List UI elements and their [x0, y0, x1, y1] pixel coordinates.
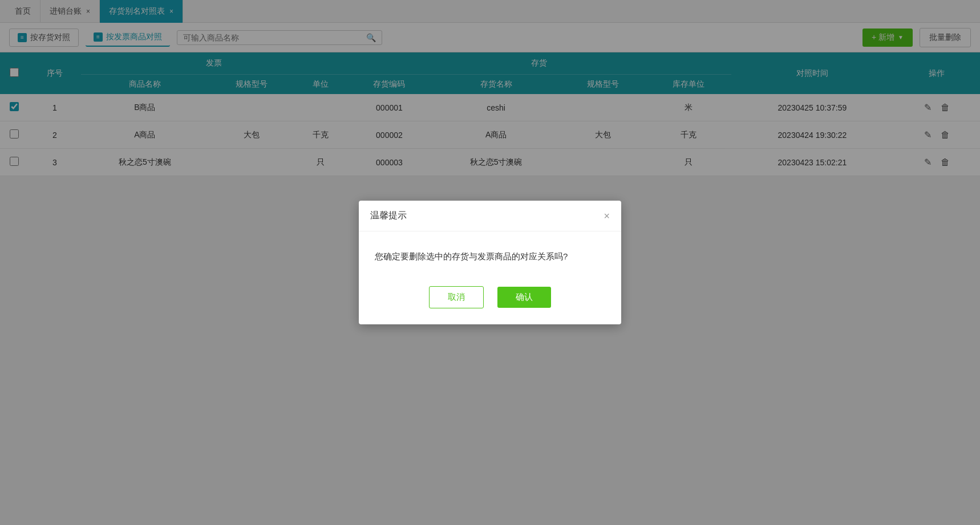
modal-overlay: 温馨提示 × 您确定要删除选中的存货与发票商品的对应关系吗? 取消 确认 — [0, 0, 980, 176]
